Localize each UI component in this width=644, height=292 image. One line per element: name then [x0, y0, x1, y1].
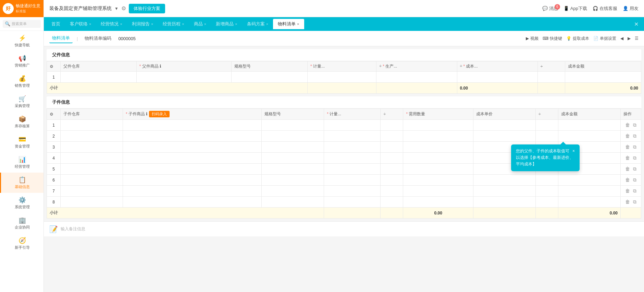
tab-newgoods[interactable]: 新增商品 ×	[211, 19, 242, 29]
child-row-2-warehouse[interactable]	[61, 131, 123, 142]
view-button[interactable]: ▶ 视频	[526, 36, 538, 42]
parent-row-1-produce[interactable]	[376, 72, 457, 83]
child-row-1-amount[interactable]	[558, 120, 620, 131]
child-row-4-goods[interactable]	[123, 153, 262, 164]
gear-icon[interactable]: ⚙	[121, 5, 126, 12]
sidebar-item-quicknav[interactable]: ⚡ 快捷导航	[0, 31, 44, 51]
child-row-8-required-qty[interactable]	[403, 197, 473, 208]
child-row-1-required-qty[interactable]	[403, 120, 473, 131]
sidebar-item-operations[interactable]: 📊 经营管理	[0, 152, 44, 173]
child-row-6-amount[interactable]	[558, 175, 620, 186]
tab-history-close[interactable]: ×	[182, 22, 184, 26]
tab-goods-close[interactable]: ×	[204, 22, 206, 26]
delete-icon[interactable]: 🗑	[624, 144, 631, 150]
child-row-2-spec[interactable]	[262, 131, 324, 142]
child-row-4-warehouse[interactable]	[61, 153, 123, 164]
child-row-4-required-qty[interactable]	[403, 153, 473, 164]
child-row-3-warehouse[interactable]	[61, 142, 123, 153]
tab-bom[interactable]: 物料清单 ×	[273, 19, 304, 29]
tab-goods[interactable]: 商品 ×	[189, 19, 211, 29]
sidebar-item-finance[interactable]: 💳 资金管理	[0, 132, 44, 152]
child-row-2-goods[interactable]	[123, 131, 262, 142]
child-row-1-unit-cost[interactable]	[473, 120, 535, 131]
note-placeholder[interactable]: 输入备注信息	[61, 226, 85, 232]
parent-row-1-warehouse[interactable]	[61, 72, 137, 83]
sidebar-item-sales[interactable]: 💰 销售管理	[0, 71, 44, 92]
parent-row-1-amount[interactable]	[565, 72, 641, 83]
copy-icon[interactable]: ⧉	[632, 188, 637, 194]
parent-row-1-cost[interactable]	[457, 72, 537, 83]
child-row-6-qty[interactable]	[324, 175, 381, 186]
child-row-7-goods[interactable]	[123, 186, 262, 197]
child-row-7-qty[interactable]	[324, 186, 381, 197]
sidebar-item-purchase[interactable]: 🛒 采购管理	[0, 92, 44, 112]
child-row-8-unit-cost[interactable]	[473, 197, 535, 208]
child-row-8-goods[interactable]	[123, 197, 262, 208]
child-row-8-qty[interactable]	[324, 197, 381, 208]
child-row-8-amount[interactable]	[558, 197, 620, 208]
child-row-3-qty[interactable]	[324, 142, 381, 153]
delete-icon[interactable]: 🗑	[624, 122, 631, 128]
child-row-6-warehouse[interactable]	[61, 175, 123, 186]
copy-icon[interactable]: ⧉	[632, 133, 637, 139]
sidebar-item-enterprise[interactable]: 🏢 企业协同	[0, 213, 44, 233]
tooltip-close-button[interactable]: ×	[572, 148, 575, 154]
copy-icon[interactable]: ⧉	[632, 122, 637, 128]
delete-icon[interactable]: 🗑	[624, 177, 631, 183]
child-row-1-warehouse[interactable]	[61, 120, 123, 131]
user-menu[interactable]: 👤 用友	[623, 5, 639, 12]
page-tab-code[interactable]: 物料清单编码	[82, 34, 114, 43]
child-row-4-spec[interactable]	[262, 153, 324, 164]
delete-icon[interactable]: 🗑	[624, 155, 631, 161]
shortcut-button[interactable]: ⌨ 快捷键	[543, 36, 562, 42]
delete-icon[interactable]: 🗑	[624, 199, 631, 205]
child-row-5-qty[interactable]	[324, 164, 381, 175]
app-download-button[interactable]: 📱 App下载	[564, 5, 587, 12]
child-row-1-spec[interactable]	[262, 120, 324, 131]
copy-icon[interactable]: ⧉	[632, 144, 637, 150]
child-row-7-unit-cost[interactable]	[473, 186, 535, 197]
child-row-1-goods[interactable]	[123, 120, 262, 131]
tabs-close-all[interactable]: ✕	[631, 21, 641, 27]
parent-th-settings[interactable]: ⚙	[47, 61, 61, 72]
sidebar-item-inventory[interactable]: 📦 库存核算	[0, 112, 44, 132]
delete-icon[interactable]: 🗑	[624, 133, 631, 139]
tab-home[interactable]: 首页	[47, 19, 65, 29]
child-row-7-warehouse[interactable]	[61, 186, 123, 197]
sidebar-item-guide[interactable]: 🧭 新手引导	[0, 233, 44, 254]
tab-operations-close[interactable]: ×	[120, 22, 122, 26]
child-row-6-unit-cost[interactable]	[473, 175, 535, 186]
sidebar-item-marketing[interactable]: 📢 营销推广	[0, 51, 44, 71]
copy-icon[interactable]: ⧉	[632, 166, 637, 172]
child-row-3-required-qty[interactable]	[403, 142, 473, 153]
sidebar-item-system[interactable]: ⚙️ 系统管理	[0, 193, 44, 213]
tab-bom-close[interactable]: ×	[297, 22, 299, 26]
child-row-6-goods[interactable]	[123, 175, 262, 186]
cost-button[interactable]: 💡 提取成本	[566, 36, 589, 42]
delete-icon[interactable]: 🗑	[624, 166, 631, 172]
child-row-1-qty[interactable]	[324, 120, 381, 131]
child-row-3-goods[interactable]	[123, 142, 262, 153]
child-row-5-warehouse[interactable]	[61, 164, 123, 175]
tab-profit-close[interactable]: ×	[151, 22, 153, 26]
copy-icon[interactable]: ⧉	[632, 155, 637, 161]
tab-barcode-close[interactable]: ×	[266, 22, 268, 26]
child-row-6-required-qty[interactable]	[403, 175, 473, 186]
copy-icon[interactable]: ⧉	[632, 177, 637, 183]
tab-barcode[interactable]: 条码方案 ×	[242, 19, 273, 29]
search-input[interactable]: 🔍 搜索菜单	[3, 20, 41, 28]
delete-icon[interactable]: 🗑	[624, 188, 631, 194]
trial-button[interactable]: 体验行业方案	[129, 4, 165, 13]
parent-row-1-qty[interactable]	[308, 72, 376, 83]
scan-button[interactable]: 扫码录入	[149, 111, 170, 117]
nav-next[interactable]: ▶	[628, 36, 631, 41]
page-tab-bom[interactable]: 物料清单	[49, 34, 73, 43]
system-dropdown[interactable]: ▼	[114, 6, 119, 11]
sidebar-item-basicinfo[interactable]: 📋 基础信息	[0, 173, 44, 193]
child-row-7-required-qty[interactable]	[403, 186, 473, 197]
child-row-6-spec[interactable]	[262, 175, 324, 186]
tab-customer[interactable]: 客户联络 ×	[65, 19, 96, 29]
child-row-3-spec[interactable]	[262, 142, 324, 153]
child-row-5-spec[interactable]	[262, 164, 324, 175]
child-row-7-spec[interactable]	[262, 186, 324, 197]
